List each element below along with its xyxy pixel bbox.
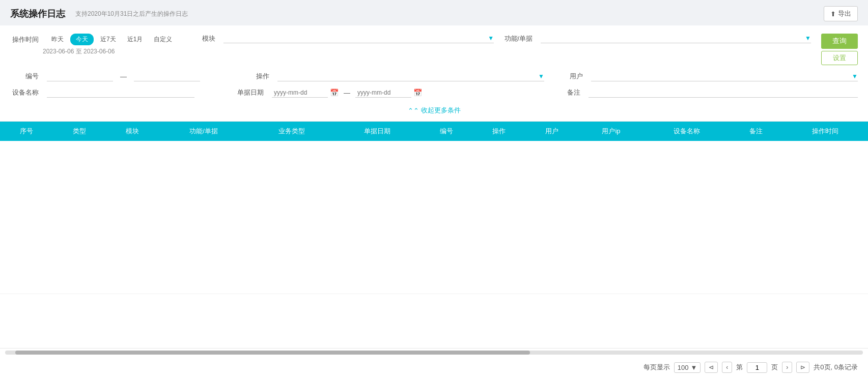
number-end-input[interactable] [134, 71, 200, 81]
export-icon: ⬆ [830, 10, 836, 18]
per-page-value: 100 [678, 364, 689, 371]
time-btn-today[interactable]: 今天 [70, 34, 94, 45]
page-number-input[interactable] [747, 362, 767, 373]
remark-input[interactable] [589, 88, 858, 98]
number-start-input[interactable] [47, 71, 113, 81]
doc-date-end-input[interactable] [355, 88, 411, 98]
module-label: 模块 [187, 34, 215, 43]
col-doc-date: 单据日期 [334, 122, 420, 141]
feature-select[interactable]: ▼ [541, 34, 811, 43]
operation-arrow-icon: ▼ [538, 73, 544, 80]
query-button[interactable]: 查询 [821, 34, 858, 49]
number-dash: — [120, 73, 127, 80]
export-button[interactable]: ⬆ 导出 [824, 6, 858, 21]
col-biz-type: 业务类型 [248, 122, 334, 141]
col-type: 类型 [53, 122, 106, 141]
page-subtitle: 支持2020年10月31日之后产生的操作日志 [75, 10, 188, 18]
time-btn-1month[interactable]: 近1月 [123, 34, 148, 45]
next-page-button[interactable]: › [782, 362, 792, 373]
collapse-label: 收起更多条件 [421, 106, 461, 115]
per-page-label: 每页显示 [643, 363, 670, 372]
page-unit: 页 [771, 363, 778, 372]
horizontal-scrollbar[interactable] [0, 348, 868, 357]
calendar-end-icon[interactable]: 📅 [413, 89, 422, 97]
prev-page-button[interactable]: ‹ [722, 362, 732, 373]
operation-select[interactable]: ▼ [277, 72, 544, 81]
col-remark: 备注 [730, 122, 782, 141]
col-user: 用户 [525, 122, 578, 141]
col-operation: 操作 [472, 122, 525, 141]
page-label: 第 [736, 363, 743, 372]
col-module: 模块 [106, 122, 159, 141]
user-arrow-icon: ▼ [852, 73, 858, 80]
per-page-arrow-icon: ▼ [690, 364, 697, 371]
col-number: 编号 [420, 122, 473, 141]
time-label: 操作时间 [10, 35, 39, 44]
last-page-button[interactable]: ⊳ [796, 362, 809, 373]
remark-label: 备注 [552, 88, 580, 97]
feature-label: 功能/单据 [504, 34, 533, 43]
col-user-ip: 用户ip [578, 122, 644, 141]
data-table: 序号 类型 模块 功能/单据 业务类型 单据日期 编号 操作 用户 用户ip 设… [0, 122, 868, 294]
col-index: 序号 [0, 122, 53, 141]
time-range-display: 2023-06-06 至 2023-06-06 [43, 48, 115, 55]
module-select[interactable]: ▼ [223, 34, 494, 43]
settings-button[interactable]: 设置 [821, 51, 858, 65]
table-header-row: 序号 类型 模块 功能/单据 业务类型 单据日期 编号 操作 用户 用户ip 设… [0, 122, 868, 141]
doc-date-dash: — [344, 89, 350, 97]
operation-label: 操作 [241, 72, 269, 81]
doc-date-start-input[interactable] [272, 88, 328, 98]
collapse-button[interactable]: ⌃⌃ 收起更多条件 [408, 106, 461, 115]
collapse-up-icon: ⌃⌃ [408, 107, 419, 114]
page-title: 系统操作日志 [10, 8, 65, 20]
feature-arrow-icon: ▼ [805, 35, 811, 42]
user-label: 用户 [554, 72, 583, 81]
doc-date-label: 单据日期 [235, 88, 264, 97]
export-label: 导出 [838, 9, 851, 18]
total-records: 共0页, 0条记录 [814, 363, 858, 372]
time-btn-7days[interactable]: 近7天 [96, 34, 121, 45]
calendar-start-icon[interactable]: 📅 [330, 89, 339, 97]
number-label: 编号 [10, 72, 39, 81]
table-body [0, 141, 868, 294]
col-op-time: 操作时间 [782, 122, 868, 141]
device-input[interactable] [47, 88, 194, 98]
col-device: 设备名称 [644, 122, 730, 141]
module-arrow-icon: ▼ [488, 35, 494, 42]
col-feature: 功能/单据 [158, 122, 248, 141]
per-page-select[interactable]: 100 ▼ [674, 362, 701, 373]
user-select[interactable]: ▼ [591, 72, 858, 81]
time-btn-custom[interactable]: 自定义 [149, 34, 177, 45]
first-page-button[interactable]: ⊲ [705, 362, 718, 373]
time-btn-yesterday[interactable]: 昨天 [47, 34, 68, 45]
device-label: 设备名称 [10, 88, 39, 97]
